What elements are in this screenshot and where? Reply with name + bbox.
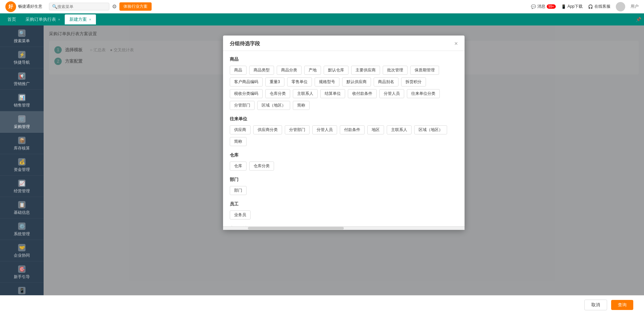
product-fields-grid: 商品 商品类型 商品分类 产地 默认仓库 主要供应商 批次管理 保质期管理 客户… — [230, 66, 458, 110]
tab-purchase-close[interactable]: × — [58, 17, 60, 21]
field-supplier[interactable]: 供应商 — [230, 125, 251, 134]
sidebar-system-label: 系统管理 — [14, 231, 30, 237]
sidebar-item-operations[interactable]: 📈 经营管理 — [0, 176, 44, 197]
modal-header: 分组待选字段 × — [223, 36, 465, 51]
field-warehouse-category[interactable]: 仓库分类 — [265, 89, 290, 98]
online-service-item[interactable]: 🎧 在线客服 — [588, 4, 610, 9]
sidebar-inventory-label: 库存核算 — [14, 145, 30, 151]
cancel-button[interactable]: 取消 — [584, 300, 607, 310]
message-icon: 💬 — [531, 4, 536, 9]
modal-body: 商品 商品 商品类型 商品分类 产地 默认仓库 主要供应商 批次管理 保质期管理… — [223, 51, 465, 226]
nav-tabs: 首页 采购订单执行表 × 新建方案 × 📌 — [0, 13, 644, 25]
field-partner-dept[interactable]: 分管部门 — [285, 125, 310, 134]
field-batch-mgmt[interactable]: 批次管理 — [383, 66, 408, 75]
message-badge: 99+ — [547, 4, 556, 9]
sidebar-item-collab[interactable]: 🤝 企业协同 — [0, 240, 44, 261]
field-product-category[interactable]: 商品分类 — [277, 66, 302, 75]
guide-icon: 🎯 — [18, 265, 25, 273]
field-spec-model[interactable]: 规格型号 — [315, 77, 339, 86]
field-salesperson[interactable]: 业务员 — [230, 210, 251, 219]
logo-icon: 好 — [5, 1, 16, 12]
modal-hscrollbar[interactable] — [223, 226, 465, 230]
hscrollbar-thumb — [248, 227, 344, 230]
dept-fields-grid: 部门 — [230, 186, 458, 195]
app-download-label: App下载 — [568, 4, 583, 9]
quick-nav-icon: ⚡ — [18, 51, 25, 58]
tab-purchase-label: 采购订单执行表 — [25, 16, 56, 22]
section-department: 部门 部门 — [230, 177, 458, 195]
field-supplier-category[interactable]: 供应商分类 — [253, 125, 282, 134]
sidebar-item-quick-nav[interactable]: ⚡ 快捷导航 — [0, 47, 44, 68]
search-icon: 🔍 — [52, 4, 57, 9]
top-header: 好 畅捷通好生意 🔍 ⚙ 体验行业方案 💬 消息 99+ 📱 App下载 🎧 在… — [0, 0, 644, 13]
sidebar-operations-label: 经营管理 — [14, 188, 30, 194]
basic-info-icon: 📋 — [18, 201, 25, 208]
field-warehouse[interactable]: 仓库 — [230, 162, 247, 171]
tab-new-plan[interactable]: 新建方案 × — [65, 14, 96, 24]
field-dept-manage[interactable]: 分管部门 — [230, 101, 255, 110]
confirm-button[interactable]: 查询 — [611, 300, 633, 310]
field-partner-supervisor[interactable]: 分管人员 — [312, 125, 337, 134]
field-partner-region[interactable]: 区域（地区） — [414, 125, 447, 134]
field-settlement-unit[interactable]: 结算单位 — [320, 89, 345, 98]
field-main-supplier[interactable]: 主要供应商 — [351, 66, 380, 75]
sidebar-search-label: 搜索菜单 — [14, 38, 30, 44]
field-region-product[interactable]: 区域（地区） — [257, 101, 290, 110]
tab-purchase-order[interactable]: 采购订单执行表 × — [21, 14, 65, 24]
tab-home-label: 首页 — [7, 16, 16, 22]
sidebar-item-search[interactable]: 🔍 搜索菜单 — [0, 25, 44, 47]
sidebar-purchase-label: 采购管理 — [14, 124, 30, 130]
message-label: 消息 — [537, 4, 545, 9]
download-icon: 📱 — [561, 4, 566, 9]
gear-icon[interactable]: ⚙ — [112, 3, 117, 10]
field-warehouse-type[interactable]: 仓库分类 — [249, 162, 274, 171]
field-payment-terms[interactable]: 收付款条件 — [348, 89, 377, 98]
field-default-warehouse[interactable]: 默认仓库 — [324, 66, 348, 75]
field-default-supplier[interactable]: 默认供应商 — [342, 77, 371, 86]
field-product-type[interactable]: 商品类型 — [249, 66, 274, 75]
field-origin[interactable]: 产地 — [304, 66, 321, 75]
modal-close-btn[interactable]: × — [454, 40, 458, 47]
sidebar-item-system[interactable]: ⚙️ 系统管理 — [0, 218, 44, 240]
field-retail-unit[interactable]: 零售单位 — [287, 77, 312, 86]
sidebar-item-basic-info[interactable]: 📋 基础信息 — [0, 197, 44, 218]
field-main-contact[interactable]: 主联系人 — [293, 89, 318, 98]
field-tax-code[interactable]: 税收分类编码 — [230, 89, 263, 98]
partner-fields-grid: 供应商 供应商分类 分管部门 分管人员 付款条件 地区 主联系人 区域（地区） … — [230, 125, 458, 146]
app-download-item[interactable]: 📱 App下载 — [561, 4, 583, 9]
sidebar-item-inventory[interactable]: 📦 库存核算 — [0, 133, 44, 154]
field-payment-condition[interactable]: 付款条件 — [340, 125, 365, 134]
sidebar-item-finance[interactable]: 💰 资金管理 — [0, 154, 44, 176]
field-weight3[interactable]: 重量3 — [265, 77, 284, 86]
search-nav-icon: 🔍 — [18, 29, 25, 37]
field-expiry-mgmt[interactable]: 保质期管理 — [410, 66, 439, 75]
field-customer-code[interactable]: 客户商品编码 — [230, 77, 263, 86]
field-product[interactable]: 商品 — [230, 66, 247, 75]
marketing-icon: 📢 — [18, 72, 25, 80]
trial-btn[interactable]: 体验行业方案 — [119, 2, 152, 11]
tab-new-plan-close[interactable]: × — [89, 17, 91, 21]
search-input[interactable] — [57, 4, 101, 9]
logo-area: 好 畅捷通好生意 — [5, 1, 49, 12]
field-district[interactable]: 地区 — [367, 125, 384, 134]
tab-home[interactable]: 首页 — [3, 14, 21, 24]
field-short-name-product[interactable]: 简称 — [293, 101, 310, 110]
sidebar-collab-label: 企业协同 — [14, 253, 30, 258]
field-partner-category[interactable]: 往来单位分类 — [407, 89, 440, 98]
message-item[interactable]: 💬 消息 99+ — [531, 4, 556, 9]
sidebar-basicinfo-label: 基础信息 — [14, 210, 30, 215]
field-partner-contact[interactable]: 主联系人 — [387, 125, 412, 134]
field-split-points[interactable]: 拆货积分 — [401, 77, 426, 86]
search-bar[interactable]: 🔍 — [49, 3, 109, 10]
field-product-alias[interactable]: 商品别名 — [374, 77, 398, 86]
field-partner-short-name[interactable]: 简称 — [230, 137, 247, 146]
sidebar-item-marketing[interactable]: 📢 营销推广 — [0, 68, 44, 90]
field-department[interactable]: 部门 — [230, 186, 247, 195]
sidebar-item-sales[interactable]: 📊 销售管理 — [0, 90, 44, 111]
sidebar-item-guide[interactable]: 🎯 新手引导 — [0, 261, 44, 283]
sidebar-item-purchase[interactable]: 🛒 采购管理 — [0, 111, 44, 133]
sidebar-finance-label: 资金管理 — [14, 167, 30, 173]
avatar[interactable] — [616, 2, 625, 11]
field-supervisor[interactable]: 分管人员 — [379, 89, 404, 98]
online-service-label: 在线客服 — [594, 4, 610, 9]
